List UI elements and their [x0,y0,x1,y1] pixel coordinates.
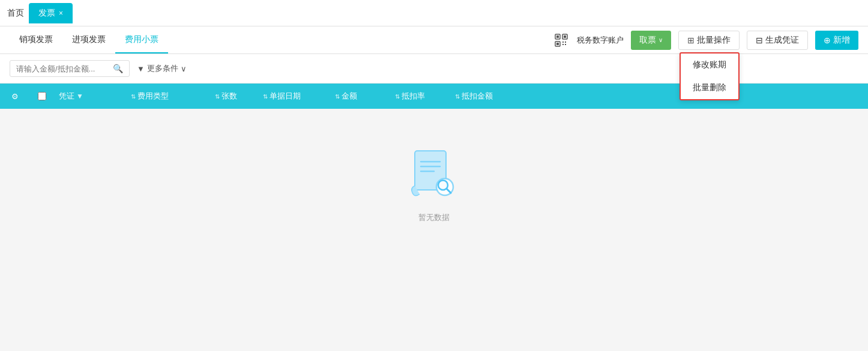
th-checkbox[interactable] [30,92,54,100]
batch-modify-period-item[interactable]: 修改账期 [681,53,738,76]
take-label: 取票 [639,35,656,46]
qr-code-icon[interactable] [553,32,570,49]
svg-rect-6 [562,41,564,43]
more-filter-button[interactable]: ▼ 更多条件 ∨ [137,63,187,74]
th-deduction-rate-label: 抵扣率 [402,91,425,102]
take-button[interactable]: 取票 ∨ [631,31,671,50]
th-deduction-amount-label: 抵扣金额 [462,91,493,102]
svg-rect-9 [565,44,566,45]
svg-rect-5 [556,43,559,45]
empty-text: 暂无数据 [418,212,450,223]
generate-voucher-button[interactable]: ⊟ 生成凭证 [747,31,808,50]
add-button[interactable]: ⊕ 新增 [815,31,858,50]
sort-amount-icon[interactable]: ⇅ [335,93,340,100]
batch-icon: ⊞ [687,35,695,45]
th-count: ⇅ 张数 [210,91,258,102]
th-amount: ⇅ 金额 [330,91,390,102]
th-deduction-amount: ⇅ 抵扣金额 [450,91,522,102]
sort-date-icon[interactable]: ⇅ [263,93,268,100]
tab-expense-receipt[interactable]: 费用小票 [115,27,168,53]
th-voucher-filter-icon[interactable]: ▼ [76,92,83,100]
gear-icon[interactable]: ⚙ [11,92,19,101]
search-input[interactable] [16,64,109,73]
sub-nav-right: 税务数字账户 取票 ∨ ⊞ 批量操作 修改账期 批量删除 ⊟ 生成凭证 ⊕ 新增 [553,31,858,50]
batch-dropdown-menu: 修改账期 批量删除 [680,52,740,100]
add-label: 新增 [833,35,850,46]
active-tab[interactable]: 发票 × [29,3,73,23]
tab-sales-invoice[interactable]: 销项发票 [10,27,62,53]
th-date-label: 单据日期 [270,91,301,102]
active-tab-label: 发票 [38,8,55,19]
th-settings[interactable]: ⚙ [0,92,30,101]
sort-deduction-icon[interactable]: ⇅ [455,93,460,100]
th-expense-type-label: 费用类型 [137,91,169,102]
voucher-label: 生成凭证 [765,35,799,46]
sub-nav-left: 销项发票 进项发票 费用小票 [10,27,168,53]
svg-rect-3 [564,35,566,38]
filter-label: 更多条件 [147,63,178,74]
th-voucher-label: 凭证 [59,91,74,102]
batch-delete-item[interactable]: 批量删除 [681,76,738,99]
voucher-icon: ⊟ [756,35,763,45]
th-count-label: 张数 [222,91,237,102]
filter-icon: ▼ [137,64,145,73]
take-chevron: ∨ [659,37,663,43]
th-expense-type: ⇅ 费用类型 [126,91,210,102]
svg-rect-1 [556,35,559,38]
empty-state: 暂无数据 [0,109,868,247]
th-date: ⇅ 单据日期 [258,91,330,102]
tab-purchase-invoice[interactable]: 进项发票 [62,27,115,53]
top-nav: 首页 发票 × [0,0,868,26]
batch-operation-button[interactable]: ⊞ 批量操作 [678,31,740,50]
tax-account-label[interactable]: 税务数字账户 [577,35,624,46]
search-box[interactable]: 🔍 [10,60,130,77]
svg-rect-7 [565,41,566,43]
search-icon[interactable]: 🔍 [113,64,123,73]
close-tab-icon[interactable]: × [59,9,63,17]
sort-up-icon[interactable]: ⇅ [131,93,136,100]
sort-count-icon[interactable]: ⇅ [215,93,220,100]
th-amount-label: 金额 [342,91,357,102]
sort-rate-icon[interactable]: ⇅ [395,93,400,100]
empty-state-icon [404,145,464,205]
th-deduction-rate: ⇅ 抵扣率 [390,91,450,102]
batch-label: 批量操作 [697,35,731,46]
svg-rect-8 [562,44,564,45]
filter-chevron: ∨ [181,64,187,73]
add-icon: ⊕ [824,35,831,45]
home-link[interactable]: 首页 [7,8,24,19]
select-all-checkbox[interactable] [38,92,46,100]
th-voucher: 凭证 ▼ [54,91,126,102]
sub-nav: 销项发票 进项发票 费用小票 税务数字账户 取票 ∨ [0,26,868,54]
batch-operation-wrapper: ⊞ 批量操作 修改账期 批量删除 [678,31,740,50]
